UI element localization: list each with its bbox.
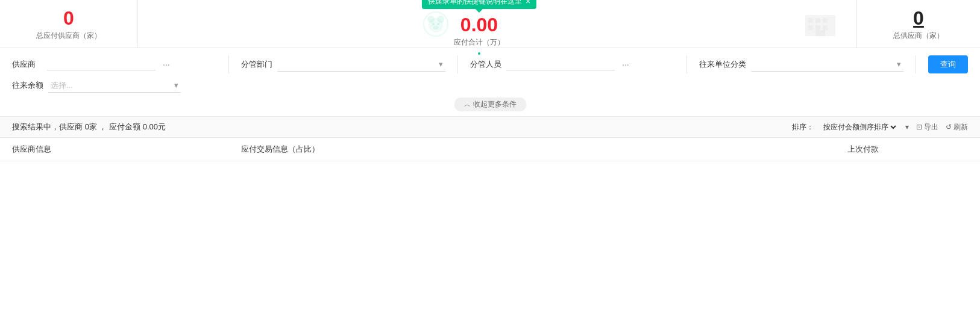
export-icon: ⊡ — [916, 123, 922, 131]
sort-label: 排序： — [792, 122, 814, 132]
table-col-last-payment: 上次付款 — [847, 144, 968, 155]
filter-balance: 往来余额 选择... ▾ — [12, 78, 181, 93]
amount-value: 0.00元 — [143, 122, 166, 131]
unit-label: 往来单位分类 — [699, 59, 746, 70]
divider-2 — [457, 55, 458, 73]
svg-point-6 — [433, 26, 439, 29]
results-summary: 搜索结果中，供应商 0家 ， 应付金额 0.00元 — [12, 122, 166, 132]
refresh-label: 刷新 — [953, 122, 968, 132]
refresh-icon: ↺ — [946, 123, 952, 131]
export-button[interactable]: ⊡ 导出 — [916, 122, 938, 132]
results-bar: 搜索结果中，供应商 0家 ， 应付金额 0.00元 排序： 按应付会额倒序排序 … — [0, 117, 980, 138]
tooltip-dot — [477, 51, 482, 56]
export-label: 导出 — [924, 122, 938, 132]
sort-select[interactable]: 按应付会额倒序排序 — [821, 122, 898, 132]
filter-unit: 往来单位分类 ▾ — [699, 57, 903, 72]
svg-rect-12 — [815, 25, 820, 30]
table-header: 供应商信息 应付交易信息（占比） 上次付款 — [0, 138, 980, 161]
unit-chevron: ▾ — [897, 60, 901, 69]
filter-department: 分管部门 ▾ — [241, 57, 445, 72]
filter-row-2: 往来余额 选择... ▾ — [12, 78, 968, 93]
search-prefix: 搜索结果中，供应商 — [12, 122, 83, 131]
table-col-transaction: 应付交易信息（占比） — [241, 144, 847, 155]
filter-supplier: 供应商 ··· — [12, 58, 216, 70]
supplier-dots[interactable]: ··· — [160, 60, 172, 69]
balance-placeholder: 选择... — [51, 80, 73, 91]
payable-total-number: 0.00 — [460, 13, 498, 36]
filter-section: 供应商 ··· 分管部门 ▾ 分管人员 ··· 往来单位分类 ▾ — [0, 48, 980, 117]
results-actions: 排序： 按应付会额倒序排序 ▾ ⊡ 导出 ↺ 刷新 — [792, 122, 968, 132]
supplier-input[interactable] — [47, 58, 155, 70]
balance-select[interactable]: 选择... ▾ — [48, 78, 181, 93]
stat-payable-total: 快速录单的快捷键说明在这里 × 0.00 应付合计（万） — [454, 0, 504, 48]
supplier-count: 0家 — [85, 122, 97, 131]
payable-suppliers-label: 总应付供应商（家） — [36, 31, 101, 41]
filter-row-1: 供应商 ··· 分管部门 ▾ 分管人员 ··· 往来单位分类 ▾ — [12, 55, 968, 73]
top-stats-bar: 0 总应付供应商（家） 快速录单的快捷键说明在这里 × 0.00 — [0, 0, 980, 48]
middle-section: 快速录单的快捷键说明在这里 × 0.00 应付合计（万） — [138, 0, 784, 48]
collapse-label: 收起更多条件 — [473, 99, 517, 110]
chevron-up-icon: ︿ — [464, 100, 471, 109]
stat-payable-suppliers: 0 总应付供应商（家） — [0, 0, 138, 48]
building-icon-area — [784, 0, 856, 48]
query-button[interactable]: 查询 — [928, 55, 968, 73]
divider-4 — [916, 55, 916, 73]
amount-separator: ， — [99, 122, 107, 131]
collapse-button[interactable]: ︿ 收起更多条件 — [454, 98, 526, 111]
svg-point-5 — [437, 23, 439, 25]
svg-point-4 — [432, 23, 435, 25]
tooltip-close-icon[interactable]: × — [526, 0, 530, 5]
balance-chevron: ▾ — [174, 81, 178, 90]
filter-person: 分管人员 ··· — [470, 58, 674, 70]
person-label: 分管人员 — [470, 59, 501, 70]
svg-rect-13 — [823, 25, 828, 30]
unit-select[interactable]: ▾ — [751, 57, 903, 72]
payable-total-label: 应付合计（万） — [454, 37, 504, 48]
department-chevron: ▾ — [439, 60, 443, 69]
payable-suppliers-number: 0 — [63, 7, 74, 29]
tooltip-bubble: 快速录单的快捷键说明在这里 × — [422, 0, 536, 9]
stat-total-suppliers: 0 总供应商（家） — [856, 0, 980, 48]
department-select[interactable]: ▾ — [277, 57, 445, 72]
person-dots[interactable]: ··· — [620, 60, 632, 69]
total-suppliers-number: 0 — [913, 7, 924, 29]
bear-icon — [418, 6, 454, 42]
svg-rect-10 — [823, 18, 828, 23]
svg-point-3 — [429, 18, 443, 33]
refresh-button[interactable]: ↺ 刷新 — [946, 122, 968, 132]
supplier-label: 供应商 — [12, 59, 42, 70]
person-input[interactable] — [506, 58, 615, 70]
svg-rect-11 — [808, 25, 813, 30]
department-label: 分管部门 — [241, 59, 272, 70]
tooltip-text: 快速录单的快捷键说明在这里 — [428, 0, 522, 7]
svg-rect-9 — [815, 18, 820, 23]
amount-label: 应付金额 — [109, 122, 140, 131]
collapse-row: ︿ 收起更多条件 — [12, 98, 968, 111]
table-body — [0, 161, 980, 310]
total-suppliers-label: 总供应商（家） — [893, 31, 944, 41]
svg-rect-8 — [808, 18, 813, 23]
sort-chevron: ▾ — [905, 123, 909, 131]
divider-1 — [228, 55, 229, 73]
svg-rect-14 — [815, 30, 825, 36]
table-col-supplier: 供应商信息 — [12, 144, 241, 155]
balance-label: 往来余额 — [12, 80, 43, 91]
divider-3 — [686, 55, 687, 73]
